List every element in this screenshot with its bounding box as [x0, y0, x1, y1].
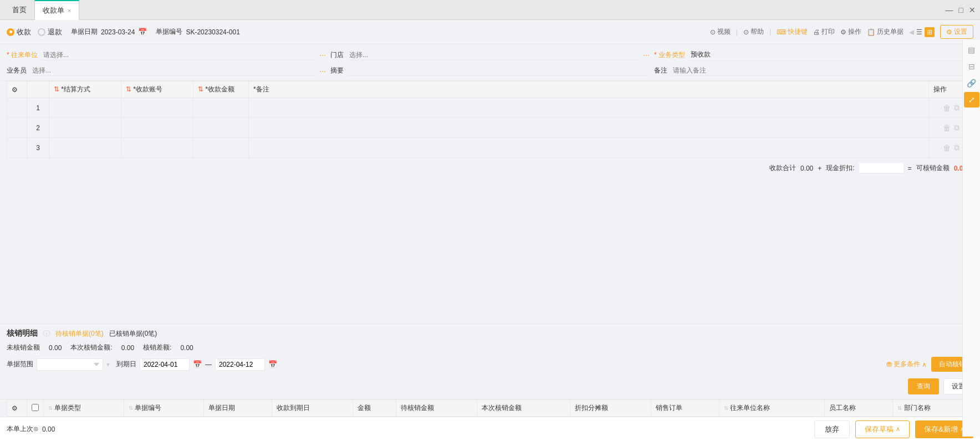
bottom-left: 本单上次⊙ 0.00 — [7, 424, 55, 434]
td-amount-3[interactable] — [193, 138, 249, 158]
delete-icon-3[interactable]: 🗑 — [943, 143, 951, 152]
save-draft-label: 保存草稿 — [865, 424, 894, 434]
wth-checkbox[interactable] — [27, 400, 44, 417]
range-arrow-icon: ▾ — [106, 361, 110, 368]
calendar-from-icon[interactable]: 📅 — [193, 360, 202, 368]
from-unit-input[interactable] — [41, 50, 316, 60]
maximize-icon[interactable]: □ — [959, 6, 963, 14]
ops-btn[interactable]: ⚙ 操作 — [840, 27, 861, 37]
range-select[interactable] — [37, 358, 103, 371]
select-all-checkbox[interactable] — [32, 404, 39, 411]
copy-icon-3[interactable]: ⧉ — [954, 143, 959, 152]
note-field: 备注 — [654, 65, 973, 76]
done-tab-link[interactable]: 已核销单据(0笔) — [109, 329, 157, 339]
layout-icon[interactable]: ☰ — [916, 28, 922, 36]
td-account-1[interactable] — [121, 98, 193, 118]
print-btn[interactable]: 🖨 打印 — [813, 27, 835, 37]
delete-icon-2[interactable]: 🗑 — [943, 124, 951, 132]
delete-icon-1[interactable]: 🗑 — [943, 104, 951, 112]
tab-bar: 首页 收款单 × — □ ✕ — [0, 0, 980, 20]
wth-pending: 待核销金额 — [396, 400, 477, 417]
settings-button[interactable]: ⚙ 设置 — [940, 25, 973, 39]
panel-icon-minus[interactable]: ⊟ — [964, 59, 979, 74]
query-button[interactable]: 查询 — [908, 378, 939, 394]
main-content: 收款 退款 单据日期 2023-03-24 📅 单据编号 SK-20230324… — [0, 20, 980, 441]
writeoff-filter-row: 单据范围 ▾ 到期日 📅 — 📅 — [7, 357, 973, 372]
radio-receive[interactable]: 收款 — [7, 27, 31, 37]
panel-icon-expand[interactable]: ⤢ — [964, 92, 979, 107]
calendar-to-icon[interactable]: 📅 — [268, 360, 277, 368]
table-row: 3 🗑 ⧉ — [7, 138, 973, 158]
range-field: 单据范围 ▾ — [7, 358, 110, 371]
date-field: 单据日期 2023-03-24 📅 — [71, 27, 147, 37]
biz-type-value: 预收款 — [691, 50, 711, 59]
data-table: ⚙ ⇅ *结算方式 ⇅ *收款账号 — [7, 81, 973, 158]
radio-receive-label: 收款 — [17, 27, 31, 37]
writeoff-title: 核销明细 — [7, 329, 38, 339]
tab-active[interactable]: 收款单 × — [34, 0, 79, 20]
doc-field: 单据编号 SK-20230324-001 — [156, 27, 239, 37]
minimize-icon[interactable]: — — [946, 6, 953, 14]
tab-home[interactable]: 首页 — [4, 0, 34, 20]
panel-icon-link[interactable]: 🔗 — [964, 75, 979, 91]
close-icon[interactable]: ✕ — [969, 6, 976, 14]
calendar-icon[interactable]: 📅 — [138, 28, 147, 36]
ops-label: 操作 — [848, 27, 861, 37]
video-btn[interactable]: ⊙ 视频 — [710, 27, 731, 37]
filter-right: ⛃ 更多条件 ∧ 自动核销 — [886, 357, 973, 372]
pending-tab-link[interactable]: 待核销单据(0笔) — [55, 329, 104, 339]
note-input[interactable] — [671, 65, 973, 76]
td-settle-2[interactable] — [49, 118, 121, 138]
wth-settings[interactable]: ⚙ — [7, 400, 27, 417]
staff-more-icon[interactable]: ··· — [319, 66, 326, 75]
help-btn[interactable]: ⊙ 帮助 — [743, 27, 764, 37]
discount-input[interactable] — [859, 163, 904, 173]
form-row-1: * 往来单位 ··· 门店 ··· * 业务类型 — [7, 49, 973, 61]
shortcut-btn[interactable]: ⌨ 快捷键 — [777, 27, 808, 37]
td-notes-3[interactable] — [249, 138, 929, 158]
filter-icon: ⛃ — [886, 361, 892, 368]
this-verify-label: 本次核销金额: — [70, 343, 112, 352]
divider1: | — [736, 28, 738, 36]
summary-input[interactable] — [347, 65, 650, 76]
more-conditions-btn[interactable]: ⛃ 更多条件 ∧ — [886, 360, 927, 369]
td-notes-2[interactable] — [249, 118, 929, 138]
td-amount-1[interactable] — [193, 98, 249, 118]
unverified-value: 0.00 — [49, 344, 62, 352]
panel-icon-table[interactable]: ▤ — [964, 42, 979, 58]
shop-more-icon[interactable]: ··· — [643, 50, 650, 59]
writeoff-info-icon[interactable]: ⓘ — [43, 329, 50, 339]
window-controls: — □ ✕ — [946, 6, 976, 14]
layout-grid-icon[interactable]: ⊞ — [925, 27, 935, 37]
nav-prev-icon[interactable]: ◀ — [909, 28, 914, 36]
doc-value: SK-20230324-001 — [186, 28, 239, 36]
copy-icon-2[interactable]: ⧉ — [954, 123, 959, 132]
th-settings[interactable]: ⚙ — [7, 81, 27, 98]
td-amount-2[interactable] — [193, 118, 249, 138]
date-range-field: 到期日 📅 — 📅 — [116, 358, 277, 371]
radio-refund[interactable]: 退款 — [38, 27, 62, 37]
from-unit-more-icon[interactable]: ··· — [319, 50, 326, 59]
staff-input[interactable] — [30, 65, 316, 76]
history-btn[interactable]: 📋 历史单据 — [867, 27, 904, 37]
date-from-input[interactable] — [140, 358, 190, 371]
total-value: 0.00 — [800, 165, 813, 172]
history-icon: 📋 — [867, 28, 875, 36]
save-draft-button[interactable]: 保存草稿 ∧ — [855, 421, 910, 438]
td-notes-1[interactable] — [249, 98, 929, 118]
date-to-input[interactable] — [215, 358, 265, 371]
wth-doc-num: ⇅ 单据编号 — [124, 400, 204, 417]
td-account-3[interactable] — [121, 138, 193, 158]
td-settings-3 — [7, 138, 27, 158]
copy-icon-1[interactable]: ⧉ — [954, 103, 959, 112]
tab-close-icon[interactable]: × — [68, 1, 71, 20]
right-panel: ▤ ⊟ 🔗 ⤢ — [962, 40, 980, 437]
td-settle-3[interactable] — [49, 138, 121, 158]
td-settle-1[interactable] — [49, 98, 121, 118]
shop-input[interactable] — [347, 50, 640, 60]
abandon-button[interactable]: 放弃 — [814, 421, 850, 438]
bottom-right: 放弃 保存草稿 ∧ 保存&新增 ∧ — [814, 421, 973, 438]
biz-type-select[interactable]: 预收款 ▾ — [688, 49, 973, 61]
chevron-up-icon: ∧ — [922, 361, 927, 368]
td-account-2[interactable] — [121, 118, 193, 138]
